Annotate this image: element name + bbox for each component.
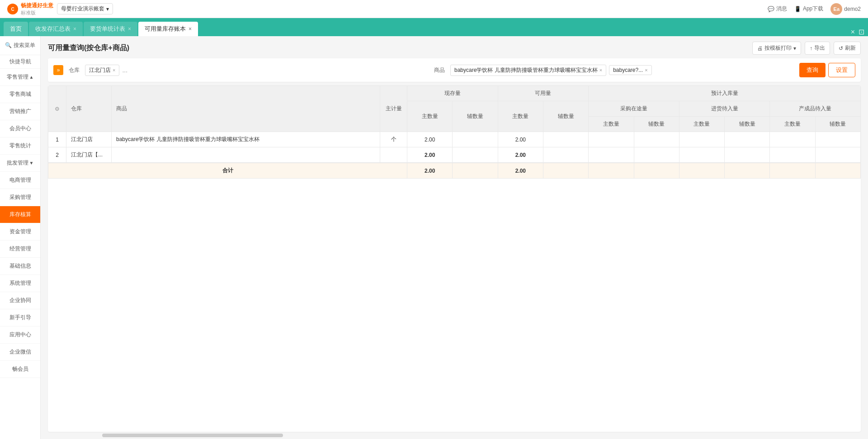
export-label: 导出 [814,44,825,52]
app-download-label: App下载 [803,5,823,13]
footer-row: 合计 2.00 2.00 [48,163,861,179]
row2-product [112,147,380,163]
sidebar-item-operations[interactable]: 经营管理 [0,241,40,258]
sidebar-item-system-label: 系统管理 [9,280,31,286]
product-tag2-close[interactable]: × [645,67,647,73]
nav-tabs: 首页 收发存汇总表 × 要货单统计表 × 可用量库存账本 × × ⊡ [0,18,868,36]
footer-current-aux [453,163,498,179]
col-available-header: 可用量 [498,86,589,101]
table-footer: 合计 2.00 2.00 [48,163,861,179]
close-all-tabs-btn[interactable]: × [851,28,855,36]
phone-icon: 📱 [794,6,801,12]
refresh-btn[interactable]: ↺ 刷新 [834,42,861,55]
sidebar-item-ecommerce[interactable]: 电商管理 [0,172,40,189]
tab-receipts-close[interactable]: × [73,26,76,32]
warehouse-tag[interactable]: 江北门店 × [85,65,119,76]
logo-area: C 畅捷通好生意 标准版 [7,2,53,16]
export-btn[interactable]: ↑ 导出 [805,42,830,55]
sidebar-item-operations-label: 经营管理 [9,245,31,252]
sidebar-item-retail-stats[interactable]: 零售统计 [0,137,40,155]
tab-order-stats-close[interactable]: × [128,26,131,32]
template-print-btn[interactable]: 🖨 按模板打印 ▾ [752,42,801,55]
row1-incoming-main [679,132,724,147]
content-area: 可用量查询(按仓库+商品) 🖨 按模板打印 ▾ ↑ 导出 ↺ 刷新 [41,36,868,439]
footer-production-aux [815,163,860,179]
logo-texts: 畅捷通好生意 标准版 [21,2,53,16]
col-production-header: 产成品待入量 [770,101,861,117]
scrollbar-thumb[interactable] [102,434,283,437]
sidebar: 🔍 搜索菜单 快捷导航 零售管理 ▲ 零售商城 营销推广 会员中心 零售统计 批… [0,36,41,439]
message-icon: 💬 [768,6,774,12]
row2-production-main [770,147,815,163]
sidebar-item-retail-stats-label: 零售统计 [9,142,31,149]
row2-unit [380,147,407,163]
table-area: ⚙ 仓库 商品 主计量 现存量 可用量 预计入库量 主数量 辅数量 主数量 辅数… [48,85,861,432]
col-avail-main-header: 主数量 [498,101,543,132]
sidebar-item-app-center-label: 应用中心 [9,331,31,338]
footer-current-main: 2.00 [407,163,453,179]
sidebar-item-enterprise-wechat[interactable]: 企业微信 [0,344,40,361]
top-bar-left: C 畅捷通好生意 标准版 母婴行业演示账套 ▾ [7,2,113,16]
org-selector[interactable]: 母婴行业演示账套 ▾ [57,3,113,14]
row1-purchase-aux [634,132,679,147]
sidebar-item-inventory-label: 库存核算 [9,211,31,217]
tab-available-stock-close[interactable]: × [189,26,192,32]
sidebar-item-retail-mall[interactable]: 零售商城 [0,86,40,103]
avatar-text: Ea [834,6,840,12]
col-incoming-main-header: 主数量 [679,117,724,132]
warehouse-tag-close[interactable]: × [113,67,115,73]
product-tag1[interactable]: babycare学饮杯 儿童防摔防撞吸管杯重力球吸嘴杯宝宝水杯 × [450,65,606,76]
user-profile[interactable]: Ea demo2 [830,3,861,15]
sidebar-item-member2[interactable]: 畅会员 [0,361,40,378]
sidebar-item-wholesale[interactable]: 批发管理 ▼ [0,155,40,172]
horizontal-scrollbar[interactable] [48,434,861,437]
sidebar-item-member[interactable]: 会员中心 [0,120,40,137]
warehouse-ellipsis[interactable]: ... [122,66,127,74]
filter-bar: » 仓库 江北门店 × ... 商品 babycare学饮杯 儿童防摔防撞吸管杯… [48,58,861,82]
sidebar-item-basic[interactable]: 基础信息 [0,258,40,275]
row2-incoming-aux [725,147,770,163]
tab-available-stock[interactable]: 可用量库存账本 × [138,22,198,36]
filter-expand-btn[interactable]: » [53,65,63,75]
search-menu-btn[interactable]: 🔍 搜索菜单 [3,40,38,51]
sidebar-item-finance[interactable]: 资金管理 [0,223,40,241]
col-incoming-aux-header: 辅数量 [725,117,770,132]
message-btn[interactable]: 💬 消息 [768,5,787,13]
org-selector-value: 母婴行业演示账套 [61,5,104,13]
product-tag2[interactable]: babycare?... × [609,65,651,75]
main-layout: 🔍 搜索菜单 快捷导航 零售管理 ▲ 零售商城 营销推广 会员中心 零售统计 批… [0,36,868,439]
table-settings-icon[interactable]: ⚙ [55,106,60,112]
sidebar-item-system[interactable]: 系统管理 [0,275,40,292]
row2-current-main: 2.00 [407,147,453,163]
warehouse-tag-text: 江北门店 [89,66,111,74]
tab-home-label: 首页 [10,25,22,33]
sidebar-item-purchase[interactable]: 采购管理 [0,189,40,206]
restore-btn[interactable]: ⊡ [859,28,864,36]
tab-receipts[interactable]: 收发存汇总表 × [29,22,83,36]
app-download-btn[interactable]: 📱 App下载 [794,5,823,13]
row2-warehouse: 江北门店【... [66,147,112,163]
tab-order-stats[interactable]: 要货单统计表 × [84,22,137,36]
row1-warehouse: 江北门店 [66,132,112,147]
product-tag2-text: babycare?... [613,67,643,73]
product-tag1-close[interactable]: × [599,67,602,73]
row1-current-aux [453,132,498,147]
tab-home[interactable]: 首页 [4,22,28,36]
setting-btn[interactable]: 设置 [828,63,855,77]
sidebar-item-new-guide[interactable]: 新手引导 [0,309,40,326]
query-btn[interactable]: 查询 [799,63,826,77]
col-current-stock-header: 现存量 [407,86,498,101]
sidebar-item-retail-label: 零售管理 [7,73,28,81]
sidebar-item-wholesale-label: 批发管理 [7,159,28,167]
sidebar-item-inventory[interactable]: 库存核算 [0,206,40,223]
quick-nav-btn[interactable]: 快捷导航 [0,55,40,69]
col-incoming-header: 进货待入量 [679,101,770,117]
inventory-table: ⚙ 仓库 商品 主计量 现存量 可用量 预计入库量 主数量 辅数量 主数量 辅数… [48,85,861,179]
row2-avail-aux [543,147,588,163]
footer-avail-aux [543,163,588,179]
row2-purchase-main [589,147,634,163]
sidebar-item-retail[interactable]: 零售管理 ▲ [0,69,40,86]
sidebar-item-app-center[interactable]: 应用中心 [0,326,40,344]
sidebar-item-enterprise[interactable]: 企业协同 [0,292,40,309]
sidebar-item-marketing[interactable]: 营销推广 [0,103,40,120]
